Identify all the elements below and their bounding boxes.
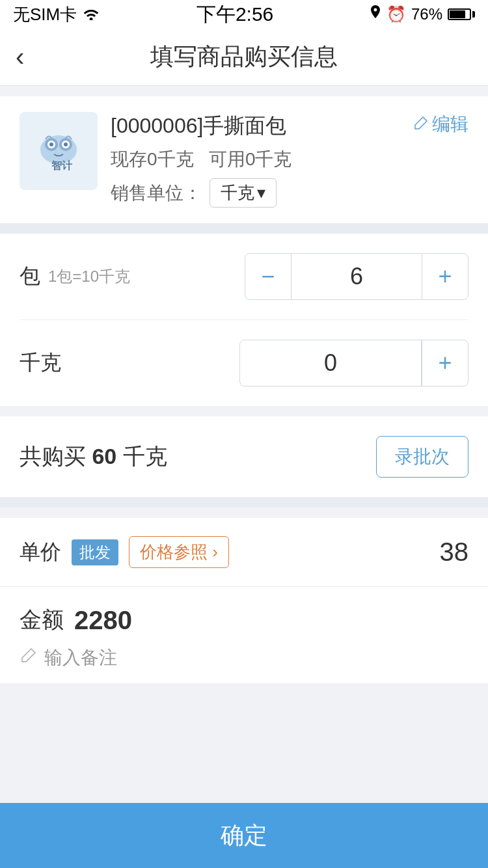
svg-point-5: [49, 142, 53, 146]
note-placeholder: 输入备注: [44, 645, 117, 670]
price-ref-button[interactable]: 价格参照 ›: [129, 536, 229, 568]
qty-control-kg: +: [239, 340, 468, 387]
edit-button[interactable]: 编辑: [414, 112, 468, 137]
empty-space: [0, 683, 488, 813]
page-title: 填写商品购买信息: [150, 41, 338, 73]
price-label: 单价: [20, 538, 61, 567]
svg-point-6: [64, 142, 68, 146]
qty-minus-bag[interactable]: −: [245, 253, 291, 300]
divider-1: [0, 223, 488, 234]
chevron-down-icon: ▾: [257, 183, 265, 203]
amount-label: 金额: [20, 605, 64, 635]
product-stock: 现存0千克 可用0千克: [111, 147, 468, 172]
location-icon: [370, 5, 381, 23]
price-type-tag: 批发: [72, 539, 118, 565]
amount-row: 金额 2280: [20, 605, 468, 635]
status-time: 下午2:56: [197, 1, 273, 28]
status-right: ⏰ 76%: [370, 5, 475, 23]
amount-value: 2280: [74, 606, 132, 635]
edit-icon: [414, 114, 428, 135]
qty-input-bag[interactable]: [291, 253, 422, 300]
nav-bar: ‹ 填写商品购买信息: [0, 29, 488, 86]
status-bar: 无SIM卡 下午2:56 ⏰ 76%: [0, 0, 488, 29]
summary-section: 共购买 60 千克 录批次: [0, 416, 488, 497]
svg-text:智计: 智计: [51, 160, 73, 170]
status-carrier: 无SIM卡: [13, 3, 100, 26]
note-row[interactable]: 输入备注: [20, 645, 468, 670]
qty-row-kg: 千克 +: [20, 320, 468, 406]
qty-plus-kg[interactable]: +: [422, 340, 468, 387]
qty-label-bag: 包 1包=10千克: [20, 262, 130, 291]
price-section: 单价 批发 价格参照 › 38: [0, 518, 488, 586]
batch-button[interactable]: 录批次: [376, 436, 468, 478]
qty-input-kg[interactable]: [239, 340, 422, 387]
price-value: 38: [440, 537, 469, 567]
divider-2: [0, 497, 488, 508]
qty-hint-bag: 1包=10千克: [48, 266, 130, 287]
wifi-icon: [82, 5, 100, 25]
qty-control-bag: − +: [245, 253, 468, 300]
qty-label-kg: 千克: [20, 349, 61, 377]
confirm-button[interactable]: 确定: [0, 803, 488, 868]
product-logo-icon: 智计: [36, 125, 81, 178]
summary-quantity: 60: [92, 444, 116, 468]
product-card: 智计 [0000006]手撕面包 现存0千克 可用0千克 销售单位： 千克 ▾ …: [0, 96, 488, 223]
pencil-icon: [20, 647, 36, 669]
quantity-section: 包 1包=10千克 − + 千克 +: [0, 234, 488, 406]
qty-plus-bag[interactable]: +: [422, 253, 468, 300]
battery-icon: [448, 8, 475, 20]
product-thumbnail: 智计: [20, 112, 98, 190]
summary-text: 共购买 60 千克: [20, 442, 167, 472]
alarm-icon: ⏰: [386, 5, 406, 23]
battery-percentage: 76%: [411, 5, 442, 23]
unit-select[interactable]: 千克 ▾: [210, 178, 277, 208]
carrier-text: 无SIM卡: [13, 3, 77, 26]
back-button[interactable]: ‹: [16, 42, 24, 72]
product-unit-row: 销售单位： 千克 ▾: [111, 178, 468, 208]
amount-section: 金额 2280 输入备注: [0, 586, 488, 683]
qty-row-bag: 包 1包=10千克 − +: [20, 234, 468, 320]
